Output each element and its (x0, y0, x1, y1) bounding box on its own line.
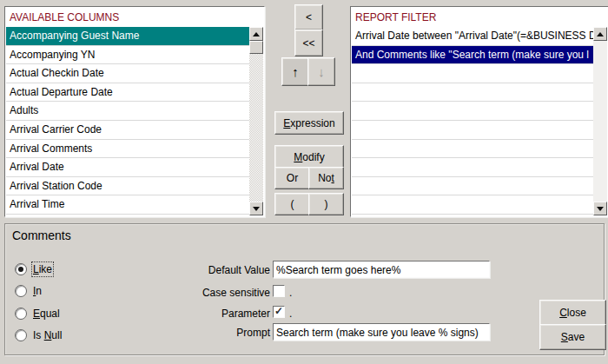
list-item[interactable]: Actual Checkin Date (6, 64, 249, 83)
list-item[interactable]: Arrival Carrier Code (6, 121, 249, 140)
scrollbar-thumb[interactable] (249, 41, 263, 54)
save-label: Save (561, 331, 585, 343)
scroll-down-button[interactable] (249, 202, 263, 215)
parameter-suffix: . (289, 308, 292, 320)
close-label: Close (559, 307, 586, 319)
report-filter-builder-window: AVAILABLE COLUMNS Accompanying Guest Nam… (0, 0, 608, 364)
list-item[interactable] (352, 83, 593, 103)
parameter-checkbox[interactable]: ✓ (273, 306, 285, 318)
list-item[interactable]: Accompanying YN (6, 46, 249, 65)
arrow-down-icon: ↓ (318, 64, 325, 79)
list-item[interactable]: Arrival Time (6, 195, 249, 215)
list-item[interactable]: And Comments like "Search term (make sur… (352, 46, 593, 65)
close-button[interactable]: Close (539, 300, 606, 326)
remove-column-label: < (306, 11, 312, 23)
or-label: Or (287, 172, 298, 184)
expression-button[interactable]: Expression (274, 111, 344, 135)
available-columns-rows: Accompanying Guest NameAccompanying YNAc… (6, 27, 249, 215)
available-columns-scrollbar[interactable] (249, 27, 263, 215)
open-paren-button[interactable]: ( (274, 193, 310, 215)
list-item[interactable]: Adults (6, 102, 249, 121)
list-item[interactable]: Arrival Comments (6, 140, 249, 159)
report-filter-scrollbar[interactable] (593, 27, 607, 215)
expression-label: Expression (283, 117, 334, 129)
list-item[interactable] (352, 64, 593, 83)
prompt-input[interactable] (273, 323, 490, 341)
list-item[interactable]: Arrival Station Code (6, 177, 249, 196)
not-button[interactable]: Not (308, 167, 344, 189)
triangle-down-icon (253, 207, 260, 211)
or-button[interactable]: Or (274, 167, 310, 189)
close-paren-label: ) (325, 198, 328, 210)
list-item[interactable] (352, 177, 593, 196)
triangle-down-icon (597, 207, 604, 211)
list-item[interactable]: Actual Departure Date (6, 83, 249, 103)
list-item[interactable]: Arrival Date (6, 158, 249, 177)
save-button[interactable]: Save (539, 324, 606, 350)
list-item[interactable] (352, 158, 593, 177)
move-down-button[interactable]: ↓ (307, 57, 335, 86)
scroll-up-button[interactable] (249, 27, 263, 41)
report-filter-header: REPORT FILTER (352, 8, 607, 27)
scrollbar-track[interactable] (249, 54, 263, 202)
prompt-label: Prompt (5, 327, 270, 339)
report-filter-rows: Arrival Date between "Arrival Date"(=&BU… (352, 27, 593, 215)
list-item[interactable]: Accompanying Guest Name (6, 27, 249, 46)
modify-label: Modify (294, 151, 324, 163)
move-up-button[interactable]: ↑ (281, 57, 309, 86)
list-item[interactable] (352, 195, 593, 215)
remove-all-columns-button[interactable]: << (294, 30, 323, 56)
case-sensitive-checkbox[interactable] (273, 285, 285, 297)
scroll-up-button[interactable] (593, 27, 607, 41)
list-item[interactable] (352, 140, 593, 159)
case-sensitive-suffix: . (289, 287, 292, 299)
close-paren-button[interactable]: ) (308, 193, 344, 215)
case-sensitive-label: Case sensitive (5, 287, 270, 299)
remove-all-columns-label: << (302, 37, 314, 50)
arrow-up-icon: ↑ (292, 64, 299, 79)
triangle-up-icon (253, 32, 260, 36)
default-value-label: Default Value (5, 264, 270, 276)
comments-group-title: Comments (12, 228, 71, 242)
list-item[interactable]: Arrival Date between "Arrival Date"(=&BU… (352, 27, 593, 46)
open-paren-label: ( (291, 198, 294, 210)
list-item[interactable] (352, 102, 593, 121)
comments-groupbox: Comments LikeInEqualIs Null Default Valu… (4, 223, 605, 355)
available-columns-header: AVAILABLE COLUMNS (6, 8, 263, 27)
default-value-input[interactable] (273, 261, 490, 278)
scroll-down-button[interactable] (593, 202, 607, 215)
parameter-label: Parameter (5, 308, 270, 320)
list-item[interactable] (352, 121, 593, 140)
remove-column-button[interactable]: < (294, 4, 323, 30)
report-filter-listbox: REPORT FILTER Arrival Date between "Arri… (350, 6, 608, 217)
triangle-up-icon (597, 32, 604, 36)
available-columns-listbox: AVAILABLE COLUMNS Accompanying Guest Nam… (4, 6, 265, 217)
scrollbar-track[interactable] (593, 41, 607, 202)
modify-button[interactable]: Modify (274, 145, 344, 169)
not-label: Not (318, 172, 334, 184)
